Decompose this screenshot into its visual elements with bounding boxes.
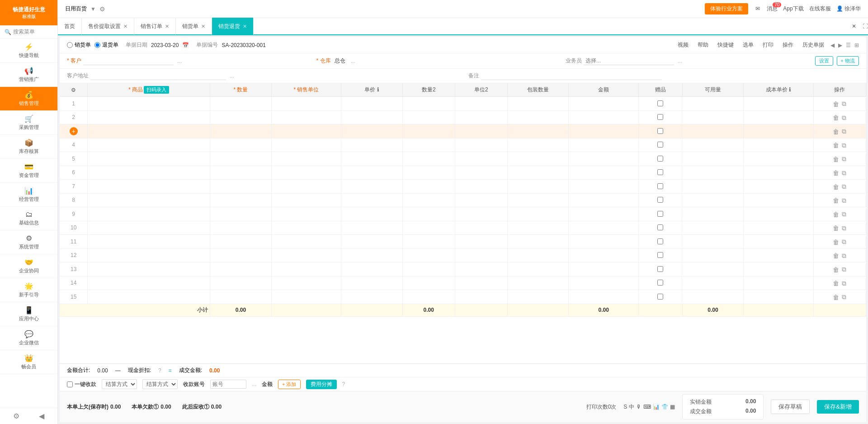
radio-sales-delivery-input[interactable]	[67, 42, 73, 48]
gift-checkbox[interactable]	[657, 211, 663, 217]
delete-row-icon[interactable]: 🗑	[833, 224, 839, 232]
gift-cell[interactable]	[639, 290, 682, 303]
amount-cell[interactable]	[569, 235, 639, 249]
unit2-cell[interactable]	[455, 248, 507, 262]
unit-cell[interactable]	[271, 97, 341, 111]
amount-cell[interactable]	[569, 180, 639, 194]
gift-cell[interactable]	[639, 180, 682, 192]
staff-input[interactable]	[584, 57, 674, 65]
avail-cell[interactable]	[682, 221, 743, 235]
radio-sales-delivery[interactable]: 销货单	[67, 41, 91, 49]
qty-cell[interactable]	[210, 180, 271, 194]
sidebar-item-guide[interactable]: 🌟 新手引导	[0, 278, 57, 302]
settings-icon[interactable]: ⚙	[13, 412, 19, 420]
amount-cell[interactable]	[569, 207, 639, 221]
price-cell[interactable]	[341, 276, 402, 290]
unit2-cell[interactable]	[455, 97, 507, 111]
account-input[interactable]	[210, 380, 246, 389]
delete-row-icon[interactable]: 🗑	[833, 238, 839, 246]
qty-cell[interactable]	[210, 290, 271, 304]
cost-cell[interactable]	[744, 248, 814, 262]
sidebar-item-operations[interactable]: 📊 经营管理	[0, 183, 57, 207]
pkgqty-cell[interactable]	[507, 166, 568, 180]
price-cell[interactable]	[341, 166, 402, 180]
pkgqty-cell[interactable]	[507, 138, 568, 152]
logistics-btn[interactable]: + 物流	[837, 56, 859, 66]
price-cell[interactable]	[341, 221, 402, 235]
qty2-cell[interactable]	[402, 276, 455, 290]
unit2-cell[interactable]	[455, 152, 507, 166]
unit-cell[interactable]	[271, 110, 341, 124]
sidebar-item-basic[interactable]: 🗂 基础信息	[0, 207, 57, 230]
prev-record-icon[interactable]: ◀	[830, 42, 835, 48]
amount-cell[interactable]	[569, 97, 639, 111]
pkgqty-cell[interactable]	[507, 124, 568, 138]
pkgqty-cell[interactable]	[507, 221, 568, 235]
qty-cell[interactable]	[210, 110, 271, 124]
price-cell[interactable]	[341, 290, 402, 304]
gift-checkbox[interactable]	[657, 128, 663, 134]
cost-cell[interactable]	[744, 276, 814, 290]
tab-sales-order[interactable]: 销售订单 ✕	[134, 18, 176, 35]
price-cell[interactable]	[341, 235, 402, 249]
print-btn[interactable]: 打印	[760, 40, 776, 50]
tab-sales-return-close[interactable]: ✕	[243, 24, 247, 29]
price-cell[interactable]	[341, 207, 402, 221]
delete-row-icon[interactable]: 🗑	[833, 183, 839, 191]
gift-checkbox[interactable]	[657, 252, 663, 258]
qty2-cell[interactable]	[402, 207, 455, 221]
select-btn[interactable]: 选单	[740, 40, 756, 50]
copy-row-icon[interactable]: ⧉	[842, 169, 846, 177]
gift-checkbox[interactable]	[657, 114, 663, 120]
unit2-cell[interactable]	[455, 124, 507, 138]
shortcut-shirt-icon[interactable]: 👕	[661, 404, 668, 410]
tab-close-all[interactable]: ✕	[847, 23, 861, 29]
save-new-btn[interactable]: 保存&新增	[817, 400, 859, 414]
price-cell[interactable]	[341, 124, 402, 138]
pkgqty-cell[interactable]	[507, 152, 568, 166]
avail-cell[interactable]	[682, 193, 743, 207]
gift-checkbox[interactable]	[657, 238, 663, 244]
view-list-icon[interactable]: ☰	[846, 42, 851, 48]
sidebar-item-member[interactable]: 👑 畅会员	[0, 350, 57, 374]
cost-cell[interactable]	[744, 207, 814, 221]
unit-cell[interactable]	[271, 193, 341, 207]
message-badge[interactable]: ✉ 70 消息	[755, 5, 778, 13]
avail-cell[interactable]	[682, 290, 743, 304]
qty2-cell[interactable]	[402, 138, 455, 152]
tab-price-set[interactable]: 售价提取设置 ✕	[82, 18, 134, 35]
delete-row-icon[interactable]: 🗑	[833, 169, 839, 176]
gift-checkbox[interactable]	[657, 224, 663, 230]
copy-row-icon[interactable]: ⧉	[842, 293, 846, 301]
cost-cell[interactable]	[744, 235, 814, 249]
price-cell[interactable]	[341, 180, 402, 194]
gift-cell[interactable]	[639, 166, 682, 179]
product-cell[interactable]	[88, 193, 210, 207]
online-service-link[interactable]: 在线客服	[809, 5, 831, 13]
unit2-cell[interactable]	[455, 235, 507, 249]
add-row-btn[interactable]: +	[70, 127, 78, 135]
staff-dots[interactable]: ...	[678, 58, 682, 64]
unit2-cell[interactable]	[455, 290, 507, 304]
gift-cell[interactable]	[639, 97, 682, 110]
gift-cell[interactable]	[639, 262, 682, 275]
qty-cell[interactable]	[210, 262, 271, 276]
scan-button[interactable]: 扫码录入	[144, 86, 169, 94]
qty2-cell[interactable]	[402, 193, 455, 207]
qty2-cell[interactable]	[402, 221, 455, 235]
product-cell[interactable]	[88, 110, 210, 124]
qty2-cell[interactable]	[402, 110, 455, 124]
sidebar-item-sales[interactable]: 💰 销售管理	[0, 87, 57, 111]
qty2-cell[interactable]	[402, 124, 455, 138]
amount-cell[interactable]	[569, 110, 639, 124]
pkgqty-cell[interactable]	[507, 248, 568, 262]
amount-cell[interactable]	[569, 166, 639, 180]
sidebar-item-appstore[interactable]: 📱 应用中心	[0, 302, 57, 326]
delete-row-icon[interactable]: 🗑	[833, 100, 839, 108]
radio-sales-return-input[interactable]	[94, 42, 100, 48]
qty-cell[interactable]	[210, 124, 271, 138]
unit2-cell[interactable]	[455, 110, 507, 124]
avail-cell[interactable]	[682, 235, 743, 249]
qty-cell[interactable]	[210, 276, 271, 290]
add-payment-btn[interactable]: + 添加	[278, 380, 300, 389]
